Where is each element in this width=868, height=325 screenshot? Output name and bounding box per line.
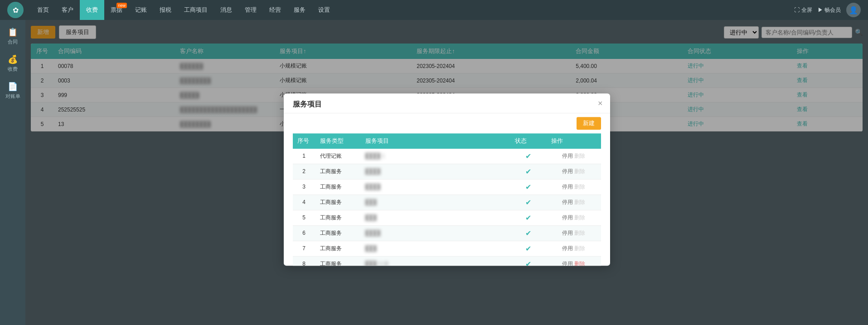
nav-settings[interactable]: 设置 <box>312 0 336 20</box>
modal-close-button[interactable]: × <box>598 99 603 108</box>
delete-button[interactable]: 删除 <box>574 245 585 252</box>
main-layout: 📋 合同 💰 收费 📄 对账单 新增 服务项目 进行中 全部 已终止 🔍 <box>0 20 868 325</box>
nav-client[interactable]: 客户 <box>55 0 80 20</box>
modal-cell-item: ███ <box>361 210 510 225</box>
modal-cell-action[interactable]: 停用 删除 <box>547 164 601 179</box>
sidebar-item-contract[interactable]: 📋 合同 <box>1 24 24 49</box>
modal-th-status: 状态 <box>510 133 547 149</box>
modal-cell-seq: 2 <box>293 164 315 179</box>
status-ok-icon: ✔ <box>525 152 531 160</box>
modal-cell-seq: 5 <box>293 210 315 225</box>
modal-cell-item: ████ <box>361 225 510 241</box>
stop-button[interactable]: 停用 <box>562 168 573 175</box>
delete-button[interactable]: 删除 <box>574 199 585 206</box>
modal-cell-item: ████ <box>361 179 510 194</box>
modal-cell-status: ✔ <box>510 210 547 225</box>
modal-cell-action[interactable]: 停用 删除 <box>547 194 601 210</box>
modal-cell-action[interactable]: 停用 删除 <box>547 225 601 241</box>
modal-cell-seq: 3 <box>293 179 315 194</box>
nav-right: ⛶ 全屏 ▶ 畅会员 👤 <box>794 3 861 17</box>
contract-icon: 📋 <box>8 27 18 37</box>
modal-cell-item: ████ 1 <box>361 149 510 164</box>
modal-cell-status: ✔ <box>510 179 547 194</box>
modal-table-row: 1 代理记账 ████ 1 ✔ 停用 删除 <box>293 149 601 164</box>
new-badge: new <box>116 3 127 8</box>
modal-cell-type: 工商服务 <box>315 164 361 179</box>
stop-button[interactable]: 停用 <box>562 260 573 266</box>
content-area: 新增 服务项目 进行中 全部 已终止 🔍 序号 合同编码 客户名称 服务项目↑ <box>25 20 868 325</box>
nav-message[interactable]: 消息 <box>214 0 238 20</box>
modal-cell-status: ✔ <box>510 164 547 179</box>
modal-table-row: 5 工商服务 ███ ✔ 停用 删除 <box>293 210 601 225</box>
stop-button[interactable]: 停用 <box>562 199 573 206</box>
modal-table-row: 4 工商服务 ███ ✔ 停用 删除 <box>293 194 601 210</box>
fee-icon: 💰 <box>8 54 18 64</box>
delete-button[interactable]: 删除 <box>574 168 585 175</box>
modal-table-row: 7 工商服务 ███ ✔ 停用 删除 <box>293 241 601 256</box>
modal-cell-type: 代理记账 <box>315 149 361 164</box>
nav-fee[interactable]: 收费 <box>80 0 104 20</box>
stop-button[interactable]: 停用 <box>562 183 573 191</box>
delete-button[interactable]: 删除 <box>574 152 585 160</box>
modal-cell-seq: 8 <box>293 256 315 266</box>
modal-title: 服务项目 <box>293 100 322 109</box>
modal-table-row: 3 工商服务 ████ ✔ 停用 删除 <box>293 179 601 194</box>
modal-cell-type: 工商服务 <box>315 256 361 266</box>
stop-button[interactable]: 停用 <box>562 214 573 222</box>
modal-cell-item: ███ <box>361 241 510 256</box>
delete-button[interactable]: 删除 <box>574 214 585 222</box>
status-ok-icon: ✔ <box>525 260 531 266</box>
modal-cell-action[interactable]: 停用 删除 <box>547 210 601 225</box>
sidebar-item-statement[interactable]: 📄 对账单 <box>1 78 24 103</box>
nav-manage[interactable]: 管理 <box>238 0 263 20</box>
delete-button[interactable]: 删除 <box>574 229 585 237</box>
modal-cell-status: ✔ <box>510 149 547 164</box>
modal-cell-seq: 4 <box>293 194 315 210</box>
modal-cell-type: 工商服务 <box>315 179 361 194</box>
modal-cell-seq: 6 <box>293 225 315 241</box>
sidebar-item-fee[interactable]: 💰 收费 <box>1 51 24 76</box>
status-ok-icon: ✔ <box>525 229 531 237</box>
status-ok-icon: ✔ <box>525 199 531 206</box>
nav-operation[interactable]: 经营 <box>263 0 287 20</box>
nav-ticket[interactable]: 票据 new <box>104 0 129 20</box>
logo: ✿ <box>7 2 24 18</box>
modal-cell-action[interactable]: 停用 删除 <box>547 256 601 266</box>
modal-cell-item: ███ <box>361 194 510 210</box>
stop-button[interactable]: 停用 <box>562 152 573 160</box>
modal-cell-seq: 1 <box>293 149 315 164</box>
modal-cell-type: 工商服务 <box>315 225 361 241</box>
modal-cell-type: 工商服务 <box>315 241 361 256</box>
modal-cell-status: ✔ <box>510 256 547 266</box>
delete-button[interactable]: 删除 <box>574 183 585 191</box>
nav-tax[interactable]: 报税 <box>153 0 178 20</box>
modal-new-button[interactable]: 新建 <box>577 117 601 130</box>
service-modal: 服务项目 × 新建 序号 服务类型 服务项目 状态 操作 <box>284 93 610 266</box>
modal-cell-type: 工商服务 <box>315 210 361 225</box>
modal-th-item: 服务项目 <box>361 133 510 149</box>
member-btn[interactable]: ▶ 畅会员 <box>818 6 841 14</box>
modal-table-row: 8 工商服务 ███ 注册 ✔ 停用 删除 <box>293 256 601 266</box>
modal-body: 序号 服务类型 服务项目 状态 操作 1 代理记账 ████ 1 ✔ 停用 删除… <box>284 133 610 266</box>
delete-button[interactable]: 删除 <box>574 260 585 266</box>
nav-bookkeeping[interactable]: 记账 <box>129 0 153 20</box>
stop-button[interactable]: 停用 <box>562 229 573 237</box>
nav-service[interactable]: 服务 <box>287 0 312 20</box>
modal-cell-action[interactable]: 停用 删除 <box>547 241 601 256</box>
modal-cell-action[interactable]: 停用 删除 <box>547 149 601 164</box>
modal-cell-status: ✔ <box>510 225 547 241</box>
avatar[interactable]: 👤 <box>846 3 861 17</box>
stop-button[interactable]: 停用 <box>562 245 573 252</box>
modal-cell-type: 工商服务 <box>315 194 361 210</box>
modal-toolbar: 新建 <box>284 113 610 133</box>
nav-business[interactable]: 工商项目 <box>178 0 214 20</box>
modal-cell-item: ████ <box>361 164 510 179</box>
nav-home[interactable]: 首页 <box>31 0 55 20</box>
top-nav: ✿ 首页 客户 收费 票据 new 记账 报税 工商项目 消息 管理 经营 服务… <box>0 0 868 20</box>
modal-cell-action[interactable]: 停用 删除 <box>547 179 601 194</box>
fullscreen-btn[interactable]: ⛶ 全屏 <box>794 6 812 14</box>
sidebar: 📋 合同 💰 收费 📄 对账单 <box>0 20 25 325</box>
modal-cell-status: ✔ <box>510 241 547 256</box>
status-ok-icon: ✔ <box>525 245 531 252</box>
modal-table-row: 6 工商服务 ████ ✔ 停用 删除 <box>293 225 601 241</box>
